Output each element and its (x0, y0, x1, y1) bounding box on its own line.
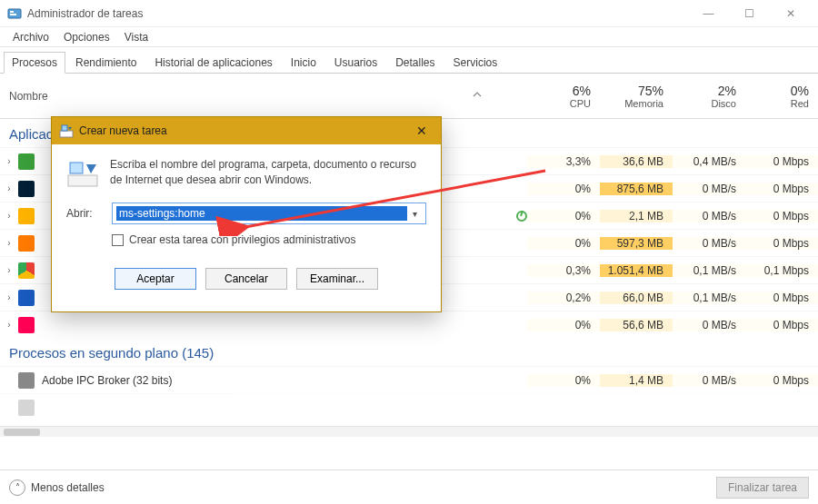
svg-rect-6 (70, 163, 83, 173)
expand-icon[interactable]: › (0, 211, 18, 221)
col-cpu[interactable]: 6% CPU (527, 84, 600, 109)
expand-icon[interactable]: › (0, 265, 18, 275)
col-name[interactable]: Nombre (9, 90, 48, 103)
sort-chevron-icon (473, 90, 482, 103)
cancel-button[interactable]: Cancelar (205, 268, 287, 290)
tab-services[interactable]: Servicios (445, 52, 506, 73)
svg-rect-2 (10, 14, 16, 15)
expand-icon[interactable]: › (0, 183, 18, 193)
admin-checkbox-label: Crear esta tarea con privilegios adminis… (129, 233, 355, 246)
browse-button[interactable]: Examinar... (296, 268, 378, 290)
app-name: Adobe IPC Broker (32 bits) (40, 374, 527, 387)
app-icon (18, 153, 35, 170)
section-background: Procesos en segundo plano (145) (0, 338, 818, 366)
dialog-titlebar[interactable]: Crear nueva tarea ✕ (52, 117, 441, 144)
horizontal-scrollbar[interactable] (0, 426, 818, 437)
table-row[interactable]: › 0% 56,6 MB 0 MB/s 0 Mbps (0, 311, 818, 338)
run-dialog-icon (59, 124, 74, 138)
footer-bar: ˄ Menos detalles Finalizar tarea (0, 469, 818, 504)
col-memory[interactable]: 75% Memoria (600, 84, 673, 109)
run-dialog: Crear nueva tarea ✕ Escriba el nombre de… (51, 116, 442, 312)
admin-checkbox-row[interactable]: Crear esta tarea con privilegios adminis… (112, 233, 426, 246)
expand-icon[interactable]: › (0, 320, 18, 330)
dialog-title: Crear nueva tarea (79, 124, 410, 137)
svg-rect-5 (68, 175, 97, 186)
checkbox-icon[interactable] (112, 234, 124, 246)
tab-users[interactable]: Usuarios (326, 52, 385, 73)
end-task-button[interactable]: Finalizar tarea (716, 477, 809, 499)
tab-processes[interactable]: Procesos (4, 52, 65, 74)
dialog-message: Escriba el nombre del programa, carpeta,… (110, 157, 426, 190)
taskmgr-icon (7, 6, 22, 21)
svg-rect-3 (60, 131, 73, 137)
chevron-down-icon[interactable]: ▾ (407, 209, 422, 219)
status-indicator-icon (516, 211, 527, 222)
expand-icon[interactable]: › (0, 156, 18, 166)
tabbar: Procesos Rendimiento Historial de aplica… (0, 47, 818, 74)
window-title: Administrador de tareas (27, 7, 688, 20)
col-network[interactable]: 0% Red (745, 84, 818, 109)
window-titlebar: Administrador de tareas — ☐ ✕ (0, 0, 818, 27)
open-label: Abrir: (66, 207, 103, 220)
tab-performance[interactable]: Rendimiento (67, 52, 145, 73)
fewer-details-button[interactable]: ˄ Menos detalles (9, 479, 105, 496)
expand-icon[interactable]: › (0, 238, 18, 248)
table-row[interactable]: Adobe IPC Broker (32 bits) 0% 1,4 MB 0 M… (0, 366, 818, 393)
dialog-close-button[interactable]: ✕ (410, 124, 434, 138)
menubar: Archivo Opciones Vista (0, 27, 818, 47)
svg-rect-1 (10, 11, 14, 13)
tab-details[interactable]: Detalles (387, 52, 443, 73)
maximize-button[interactable]: ☐ (729, 0, 770, 27)
tab-startup[interactable]: Inicio (283, 52, 324, 73)
col-disk[interactable]: 2% Disco (673, 84, 745, 109)
menu-file[interactable]: Archivo (5, 28, 56, 46)
column-headers: Nombre 6% CPU 75% Memoria 2% Disco 0% Re… (0, 74, 818, 119)
photoshop-icon (18, 181, 35, 197)
svg-rect-4 (62, 125, 67, 131)
table-row-cut (0, 393, 818, 420)
menu-view[interactable]: Vista (117, 28, 155, 46)
opera-gx-icon (18, 317, 35, 333)
open-combobox[interactable]: ms-settings:home ▾ (112, 203, 426, 224)
word-icon (18, 290, 35, 306)
menu-options[interactable]: Opciones (56, 28, 117, 46)
chevron-up-icon: ˄ (9, 479, 25, 496)
expand-icon[interactable]: › (0, 292, 18, 302)
tab-app-history[interactable]: Historial de aplicaciones (146, 52, 280, 73)
minimize-button[interactable]: — (688, 0, 729, 27)
app-icon (18, 372, 35, 389)
folder-icon (18, 208, 35, 224)
chrome-icon (18, 262, 35, 279)
run-icon (66, 157, 99, 190)
firefox-icon (18, 235, 35, 252)
app-icon (18, 400, 35, 416)
open-value[interactable]: ms-settings:home (116, 206, 407, 221)
close-button[interactable]: ✕ (770, 0, 811, 27)
ok-button[interactable]: Aceptar (115, 268, 196, 290)
